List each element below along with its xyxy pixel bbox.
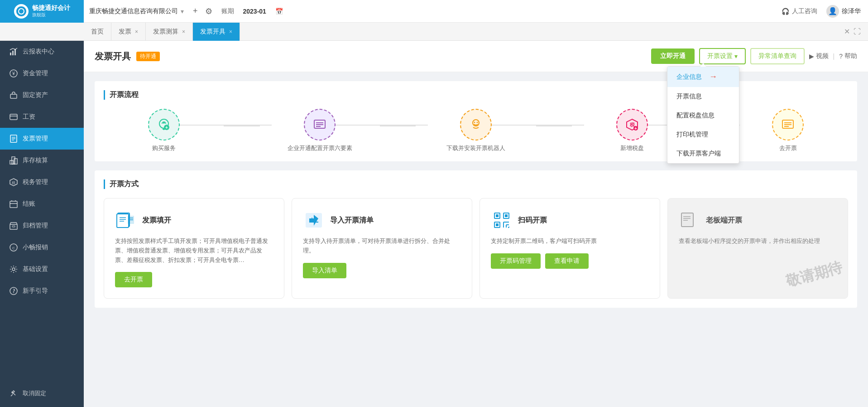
sidebar-label-fund: 资金管理 — [23, 69, 48, 78]
method-desc-fill: 支持按照发票样式手工填开发票；可开具增值税电子普通发票、增值税普通发票、增值税专… — [115, 237, 273, 265]
scan-buttons: 开票码管理 查看申请 — [491, 253, 649, 269]
logo-text-group: 畅捷通好会计 旗舰版 — [32, 4, 70, 18]
play-icon: ▶ — [809, 53, 814, 60]
sidebar-item-inventory[interactable]: 库存核算 — [0, 150, 84, 171]
method-btn-scan-apply[interactable]: 查看申请 — [545, 253, 589, 269]
sidebar-label-archive: 归档管理 — [23, 222, 48, 230]
tab-invoice-close[interactable]: × — [135, 29, 138, 35]
tab-invoice-open-label: 发票开具 — [200, 28, 225, 36]
dropdown-label-printer: 打印机管理 — [676, 131, 708, 139]
tax-icon: 税 — [9, 178, 18, 187]
company-name: 重庆畅捷交通信息咨询有限公司 — [89, 7, 178, 15]
settle-icon — [9, 199, 18, 208]
content-area: 发票开具 待开通 立即开通 开票设置 ▾ 异常清单查询 ▶ 视频 | ? 帮助 — [84, 41, 868, 407]
step-2-label: 企业开通配置开票六要素 — [288, 144, 352, 152]
svg-rect-65 — [681, 213, 693, 227]
method-btn-fill[interactable]: 去开票 — [115, 272, 152, 287]
video-label: 视频 — [816, 52, 829, 60]
logo-icon-inner — [16, 6, 26, 16]
service-button[interactable]: 🎧 人工咨询 — [782, 7, 817, 15]
tab-invoice-calc-close[interactable]: × — [182, 29, 185, 35]
settings-dropdown-menu: 企业信息 → 开票信息 配置税盘信息 打印机管理 下载开票客户端 — [667, 66, 739, 164]
exception-button[interactable]: 异常清单查询 — [750, 48, 805, 64]
add-tab-button[interactable]: + — [193, 6, 198, 16]
tab-home-label: 首页 — [91, 28, 104, 36]
calendar-icon[interactable]: 📅 — [275, 8, 283, 15]
setting-icon — [9, 265, 18, 274]
tab-invoice-open-close[interactable]: × — [229, 29, 232, 35]
sidebar-item-salary[interactable]: 工资 — [0, 106, 84, 128]
sidebar-item-invoice[interactable]: 发票管理 — [0, 128, 84, 150]
svg-point-36 — [476, 122, 478, 123]
sidebar-item-asset[interactable]: 固定资产 — [0, 84, 84, 106]
dropdown-item-tax-config[interactable]: 配置税盘信息 — [667, 106, 739, 125]
fund-icon: ¥ — [9, 69, 18, 78]
tab-home[interactable]: 首页 — [84, 23, 111, 41]
activate-button[interactable]: 立即开通 — [651, 48, 695, 64]
settings-button[interactable]: ⚙ — [205, 6, 212, 16]
sidebar-label-setting: 基础设置 — [23, 265, 48, 273]
tab-maximize-button[interactable]: ⛶ — [854, 28, 861, 36]
tab-invoice[interactable]: 发票 × — [111, 23, 146, 41]
step-4-label: 新增税盘 — [620, 144, 644, 152]
sidebar-item-fund[interactable]: ¥ 资金管理 — [0, 63, 84, 84]
dropdown-item-invoice-info[interactable]: 开票信息 — [667, 87, 739, 106]
service-label: 人工咨询 — [792, 7, 817, 15]
sidebar-item-archive[interactable]: 归档管理 — [0, 215, 84, 237]
svg-text:+: + — [165, 125, 168, 130]
method-title-scan: 扫码开票 — [518, 216, 547, 225]
dropdown-item-download-client[interactable]: 下载开票客户端 — [667, 144, 739, 163]
svg-rect-2 — [14, 49, 16, 55]
sidebar-item-guide[interactable]: 新手引导 — [0, 280, 84, 302]
user-name: 徐泽华 — [842, 7, 861, 15]
tab-invoice-calc[interactable]: 发票测算 × — [146, 23, 193, 41]
company-selector[interactable]: 重庆畅捷交通信息咨询有限公司 ▾ — [84, 7, 189, 15]
sidebar-label-cloud-report: 云报表中心 — [23, 48, 54, 56]
flow-step-5: 去开票 — [728, 109, 848, 152]
svg-text:C: C — [12, 246, 15, 250]
svg-text:¥: ¥ — [12, 71, 15, 76]
tab-invoice-open[interactable]: 发票开具 × — [193, 23, 240, 41]
user-info[interactable]: 👤 徐泽华 — [826, 5, 861, 18]
methods-section: 开票方式 发票填开 支持按照发票样式手工填开发票；可开具增值税电子普通发票、增值… — [95, 170, 857, 308]
method-card-boss: 老板端开票 查看老板端小程序提交的开票申请，并作出相应的处理 敬请期待 — [667, 198, 848, 299]
invoice-icon — [9, 134, 18, 143]
dropdown-item-printer[interactable]: 打印机管理 — [667, 125, 739, 144]
sidebar-label-inventory: 库存核算 — [23, 156, 48, 165]
step-1-icon: + — [148, 109, 180, 141]
method-desc-boss: 查看老板端小程序提交的开票申请，并作出相应的处理 — [679, 237, 837, 246]
sidebar-pin-button[interactable]: 取消固定 — [0, 384, 84, 402]
svg-rect-45 — [117, 214, 129, 228]
logo-icon — [14, 4, 29, 19]
sidebar-item-expense[interactable]: C 小畅报销 — [0, 237, 84, 258]
sidebar-item-basic-setting[interactable]: 基础设置 — [0, 258, 84, 280]
svg-rect-56 — [505, 214, 508, 217]
method-btn-scan-code[interactable]: 开票码管理 — [491, 253, 541, 269]
svg-rect-1 — [12, 51, 14, 55]
method-title-import: 导入开票清单 — [330, 216, 374, 225]
page-header: 发票开具 待开通 立即开通 开票设置 ▾ 异常清单查询 ▶ 视频 | ? 帮助 — [84, 41, 868, 72]
step-4-icon: 税+ — [616, 109, 648, 141]
methods-grid: 发票填开 支持按照发票样式手工填开发票；可开具增值税电子普通发票、增值税普通发票… — [104, 198, 848, 299]
divider: | — [833, 53, 835, 60]
dropdown-item-company-info[interactable]: 企业信息 → — [667, 67, 739, 87]
sidebar-item-settle[interactable]: 结账 — [0, 193, 84, 215]
svg-point-35 — [474, 122, 475, 123]
sidebar-scroll: 云报表中心 ¥ 资金管理 固定资产 工资 — [0, 41, 84, 380]
sidebar-item-tax[interactable]: 税 税务管理 — [0, 171, 84, 193]
guide-icon — [9, 286, 18, 296]
step-3-label: 下载并安装开票机器人 — [446, 144, 505, 152]
method-btn-import[interactable]: 导入清单 — [303, 263, 346, 278]
flow-step-2: 企业开通配置开票六要素 — [260, 109, 380, 152]
settings-dropdown-button[interactable]: 开票设置 ▾ — [699, 48, 746, 64]
sidebar-label-expense: 小畅报销 — [23, 243, 48, 252]
method-header-fill: 发票填开 — [115, 209, 273, 231]
sidebar-item-cloud-report[interactable]: 云报表中心 — [0, 41, 84, 63]
period-value: 2023-01 — [243, 8, 266, 15]
tab-close-button[interactable]: ✕ — [844, 27, 850, 36]
step-connector-1 — [224, 126, 260, 126]
help-button[interactable]: ? 帮助 — [839, 52, 857, 60]
video-button[interactable]: ▶ 视频 — [809, 52, 829, 60]
dropdown-label-company-info: 企业信息 — [676, 73, 702, 81]
svg-rect-6 — [10, 114, 17, 120]
